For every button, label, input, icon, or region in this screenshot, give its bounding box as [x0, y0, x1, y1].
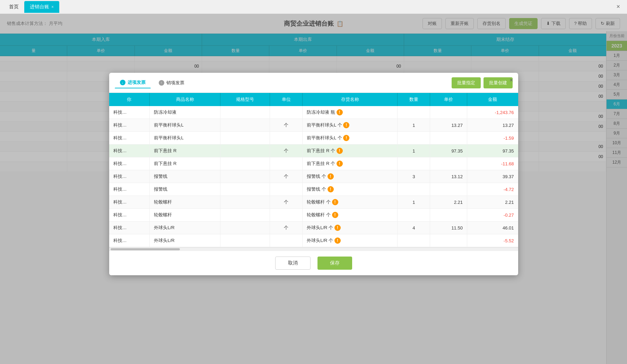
table-cell — [220, 106, 270, 119]
inventory-name: 前平衡杆球头L 个 — [307, 122, 342, 128]
table-cell: 科技… — [109, 157, 150, 170]
warning-icon: ! — [332, 199, 338, 205]
window-close-button[interactable]: × — [613, 3, 624, 10]
table-cell: 46.01 — [467, 222, 518, 234]
horizontal-scrollbar[interactable] — [109, 247, 518, 251]
table-cell — [430, 209, 467, 222]
batch-assign-button[interactable]: 批量指定 — [452, 77, 481, 88]
table-cell: 报警线 个 ! — [303, 170, 398, 183]
warning-icon: ! — [332, 212, 338, 218]
table-cell — [270, 209, 302, 222]
table-cell — [220, 132, 270, 145]
tab-close-icon[interactable]: × — [51, 5, 54, 9]
table-cell: 防冻冷却液 瓶 ! — [303, 106, 398, 119]
table-row: 科技…防冻冷却液防冻冷却液 瓶 !-1,243.76 — [109, 106, 518, 119]
table-row: 科技…报警线报警线 个 !-4.72 — [109, 183, 518, 196]
table-cell — [430, 234, 467, 247]
tab-invoice-in[interactable]: ↓ 进项发票 — [115, 77, 151, 88]
table-cell: 外球头L/R 个 ! — [303, 234, 398, 247]
table-cell: 外球头L/R — [150, 234, 220, 247]
modal-close-button[interactable]: × — [510, 77, 513, 83]
modal-backdrop: ↓ 进项发票 ↑ 销项发票 批量指定 批量创建 × 你 — [0, 14, 627, 364]
table-cell: 前下悬挂 R — [150, 145, 220, 157]
table-row: 科技…前平衡杆球头L个前平衡杆球头L 个 !113.2713.27 — [109, 119, 518, 132]
table-cell — [270, 183, 302, 196]
inventory-name: 报警线 个 — [307, 187, 326, 192]
table-cell: 报警线 个 ! — [303, 183, 398, 196]
table-cell: 科技… — [109, 222, 150, 234]
table-cell: 外球头L/R 个 ! — [303, 222, 398, 234]
tab-invoice-out[interactable]: ↑ 销项发票 — [154, 77, 190, 88]
table-cell: 个 — [270, 145, 302, 157]
table-cell — [398, 132, 430, 145]
table-cell: -11.68 — [467, 157, 518, 170]
table-cell — [398, 209, 430, 222]
table-cell: 科技… — [109, 183, 150, 196]
batch-create-button[interactable]: 批量创建 — [484, 77, 513, 88]
tab-home[interactable]: 首页 — [3, 1, 24, 13]
table-row: 科技…前下悬挂 R个前下悬挂 R 个 !197.3597.35 — [109, 145, 518, 157]
table-cell: 外球头L/R — [150, 222, 220, 234]
table-cell — [270, 132, 302, 145]
tab-ledger[interactable]: 进销台账 × — [24, 1, 59, 13]
table-cell: 2.21 — [467, 196, 518, 209]
modal-header: ↓ 进项发票 ↑ 销项发票 批量指定 批量创建 × — [109, 73, 518, 93]
table-cell: 个 — [270, 196, 302, 209]
inventory-name: 报警线 个 — [307, 174, 326, 179]
table-cell: 科技… — [109, 106, 150, 119]
table-cell: 11.50 — [430, 222, 467, 234]
inventory-name: 前下悬挂 R 个 — [307, 161, 335, 166]
table-row: 科技…报警线个报警线 个 !313.1239.37 — [109, 170, 518, 183]
table-cell: 科技… — [109, 196, 150, 209]
inventory-name: 轮毂螺杆 个 — [307, 212, 331, 217]
table-cell: 科技… — [109, 209, 150, 222]
invoice-in-icon: ↓ — [120, 80, 125, 85]
table-cell — [270, 106, 302, 119]
table-cell — [430, 106, 467, 119]
table-row: 科技…轮毂螺杆个轮毂螺杆 个 !12.212.21 — [109, 196, 518, 209]
table-cell: 轮毂螺杆 个 ! — [303, 209, 398, 222]
table-cell: 轮毂螺杆 — [150, 196, 220, 209]
table-cell: 轮毂螺杆 个 ! — [303, 196, 398, 209]
warning-icon: ! — [328, 173, 334, 180]
table-cell — [398, 183, 430, 196]
table-cell: 防冻冷却液 — [150, 106, 220, 119]
table-cell: 前平衡杆球头L 个 ! — [303, 132, 398, 145]
warning-icon: ! — [343, 122, 349, 128]
table-cell: 前下悬挂 R 个 ! — [303, 157, 398, 170]
table-cell: 个 — [270, 119, 302, 132]
warning-icon: ! — [337, 109, 343, 115]
table-cell: 1 — [398, 119, 430, 132]
table-cell: 科技… — [109, 145, 150, 157]
table-cell — [398, 234, 430, 247]
modal-footer: 取消 保存 — [109, 251, 518, 275]
inventory-name: 外球头L/R 个 — [307, 238, 333, 243]
table-cell: 13.27 — [467, 119, 518, 132]
table-row: 科技…外球头L/R个外球头L/R 个 !411.5046.01 — [109, 222, 518, 234]
table-cell: 轮毂螺杆 — [150, 209, 220, 222]
table-row: 科技…前平衡杆球头L前平衡杆球头L 个 !-1.59 — [109, 132, 518, 145]
modal-header-buttons: 批量指定 批量创建 — [452, 77, 513, 88]
table-cell — [220, 222, 270, 234]
inventory-name: 前下悬挂 R 个 — [307, 148, 335, 153]
save-button[interactable]: 保存 — [317, 257, 352, 270]
table-cell: 97.35 — [430, 145, 467, 157]
cancel-button[interactable]: 取消 — [275, 257, 311, 270]
table-cell: 2.21 — [430, 196, 467, 209]
table-cell: 1 — [398, 196, 430, 209]
table-cell: 前下悬挂 R — [150, 157, 220, 170]
table-header-row: 你 商品名称 规格型号 单位 存货名称 数量 单价 金额 — [109, 93, 518, 106]
table-cell: 4 — [398, 222, 430, 234]
inventory-name: 轮毂螺杆 个 — [307, 199, 331, 205]
table-cell: 科技… — [109, 170, 150, 183]
table-cell: 科技… — [109, 132, 150, 145]
col-amount: 金额 — [467, 93, 518, 106]
table-cell: -1,243.76 — [467, 106, 518, 119]
table-cell — [220, 145, 270, 157]
table-cell — [220, 170, 270, 183]
scroll-thumb[interactable] — [111, 248, 180, 250]
table-cell — [270, 234, 302, 247]
table-row: 科技…前下悬挂 R前下悬挂 R 个 !-11.68 — [109, 157, 518, 170]
table-cell: 1 — [398, 145, 430, 157]
table-cell: 前平衡杆球头L 个 ! — [303, 119, 398, 132]
